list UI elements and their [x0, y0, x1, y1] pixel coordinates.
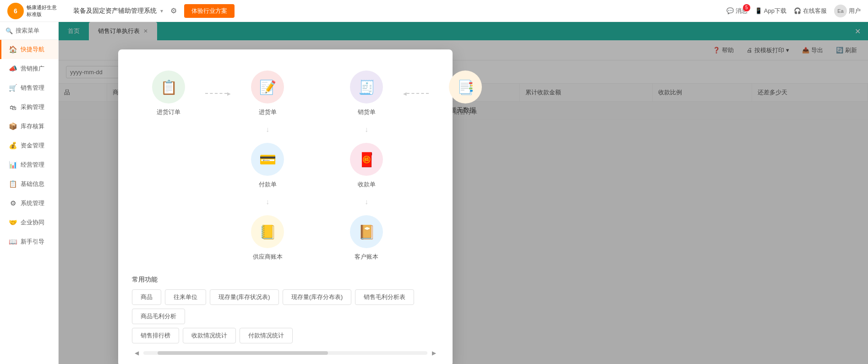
search-icon: 🔍 [5, 27, 13, 34]
flow-node-supplier-account[interactable]: 📒 供应商账本 [247, 208, 288, 268]
sidebar-item-inventory[interactable]: 📦 库存核算 [0, 117, 58, 136]
supplier-account-circle: 📒 [251, 215, 284, 248]
func-btn-product[interactable]: 商品 [132, 289, 161, 305]
func-btn-payment-stats[interactable]: 付款情况统计 [240, 328, 293, 343]
flow-node-sales-bill[interactable]: 🧾 销货单 [346, 63, 387, 124]
system-dropdown-icon[interactable]: ▾ [160, 8, 163, 14]
flow-node-receipt-slip[interactable]: 🧧 收款单 [346, 136, 387, 196]
customer-account-label: 客户账本 [355, 253, 378, 261]
scroll-left-icon[interactable]: ◀ [132, 349, 142, 357]
sidebar-item-purchase[interactable]: 🛍 采购管理 [0, 98, 58, 117]
top-bar: 6 畅康通好生意 标准版 装备及固定资产辅助管理系统 ▾ ⚙ 体验行业方案 💬 … [0, 0, 868, 22]
avatar: Ea [834, 5, 847, 17]
sales-order-circle: 📑 [449, 71, 482, 103]
flow-node-purchase-receipt[interactable]: 📝 进货单 [247, 63, 288, 124]
scrollbar-thumb [158, 351, 328, 355]
settings-icon[interactable]: ⚙ [170, 6, 177, 15]
message-badge: 5 [743, 4, 750, 11]
receipt-slip-circle: 🧧 [350, 143, 383, 176]
logo-icon: 6 [7, 3, 24, 19]
service-icon: 🎧 [794, 7, 801, 14]
sidebar-item-sales[interactable]: 🛒 销售管理 [0, 78, 58, 98]
sidebar-item-marketing[interactable]: 📣 营销推广 [0, 59, 58, 78]
flow-node-sales-order[interactable]: 📑 销售订单 [445, 63, 486, 124]
func-btn-sales-gross[interactable]: 销售毛利分析表 [355, 289, 414, 305]
guide-icon: 📖 [9, 238, 17, 246]
basic-info-icon: 📋 [9, 180, 17, 188]
sidebar-item-quick-nav[interactable]: 🏠 快捷导航 [0, 40, 58, 59]
flow-node-purchase-order[interactable]: 📋 进货订单 [148, 63, 189, 124]
quick-nav-popup: 📋 进货订单 ▶ 📝 进货单 [118, 49, 453, 364]
popup-overlay: 📋 进货订单 ▶ 📝 进货单 [59, 22, 868, 364]
sales-bill-label: 销货单 [358, 108, 376, 116]
func-btn-receipt-stats[interactable]: 收款情况统计 [183, 328, 236, 343]
download-icon: 📱 [755, 7, 762, 14]
popup-scrollbar[interactable] [143, 351, 427, 355]
func-buttons-row2: 销售排行榜 收款情况统计 付款情况统计 [132, 328, 439, 343]
message-button[interactable]: 💬 消息 5 [726, 7, 748, 15]
sidebar-search[interactable]: 🔍 搜索菜单 [0, 22, 58, 40]
sidebar-item-guide[interactable]: 📖 新手引导 [0, 232, 58, 251]
logo-area: 6 畅康通好生意 标准版 [7, 3, 66, 19]
marketing-icon: 📣 [9, 65, 17, 73]
online-service-button[interactable]: 🎧 在线客服 [794, 7, 827, 15]
system-title: 装备及固定资产辅助管理系统 [73, 7, 157, 15]
receipt-slip-label: 收款单 [358, 180, 376, 189]
supplier-account-label: 供应商账本 [253, 253, 283, 261]
func-buttons-row1: 商品 往来单位 现存量(库存状况表) 现存量(库存分布表) 销售毛利分析表 商品… [132, 289, 439, 324]
user-menu[interactable]: Ea 用户 [834, 5, 861, 17]
sales-order-label: 销售订单 [453, 108, 477, 116]
customer-account-circle: 📔 [350, 215, 383, 248]
trial-button[interactable]: 体验行业方案 [184, 4, 235, 18]
sales-bill-circle: 🧾 [350, 71, 383, 103]
operations-icon: 📊 [9, 161, 17, 169]
sidebar-item-operations[interactable]: 📊 经营管理 [0, 155, 58, 174]
app-container: 6 畅康通好生意 标准版 装备及固定资产辅助管理系统 ▾ ⚙ 体验行业方案 💬 … [0, 0, 868, 364]
main-area: 🔍 搜索菜单 🏠 快捷导航 📣 营销推广 🛒 销售管理 🛍 采购管理 📦 [0, 22, 868, 364]
func-btn-partner[interactable]: 往来单位 [165, 289, 206, 305]
arrow-purchase-to-receipt: ▶ [205, 91, 231, 96]
sidebar: 🔍 搜索菜单 🏠 快捷导航 📣 营销推广 🛒 销售管理 🛍 采购管理 📦 [0, 22, 59, 364]
arrow-down-sales-bill: ↓ [365, 125, 368, 134]
home-icon: 🏠 [9, 45, 17, 54]
flow-node-customer-account[interactable]: 📔 客户账本 [346, 208, 387, 268]
payment-slip-circle: 💳 [251, 143, 284, 176]
payment-slip-label: 付款单 [259, 180, 277, 189]
app-download-button[interactable]: 📱 App下载 [755, 7, 786, 15]
purchase-order-circle: 📋 [152, 71, 185, 103]
sidebar-item-enterprise[interactable]: 🤝 企业协同 [0, 213, 58, 232]
common-functions-title: 常用功能 [132, 276, 439, 284]
logo-text: 畅康通好生意 标准版 [27, 4, 57, 17]
system-icon: ⚙ [9, 199, 17, 207]
message-icon: 💬 [726, 7, 734, 14]
arrow-down-payment: ↓ [266, 198, 269, 206]
arrow-down-receipt-slip: ↓ [365, 198, 368, 206]
purchase-receipt-label: 进货单 [259, 108, 277, 116]
flow-node-payment-slip[interactable]: 💳 付款单 [247, 136, 288, 196]
sidebar-item-finance[interactable]: 💰 资金管理 [0, 136, 58, 155]
common-functions-section: 常用功能 商品 往来单位 现存量(库存状况表) 现存量(库存分布表) 销售毛利分… [132, 276, 439, 343]
func-btn-stock-dist[interactable]: 现存量(库存分布表) [283, 289, 352, 305]
arrow-order-to-bill: ◀ [403, 91, 429, 96]
inventory-icon: 📦 [9, 122, 17, 130]
sales-icon: 🛒 [9, 84, 17, 92]
sidebar-item-system[interactable]: ⚙ 系统管理 [0, 194, 58, 213]
enterprise-icon: 🤝 [9, 218, 17, 227]
finance-icon: 💰 [9, 141, 17, 150]
func-btn-sales-rank[interactable]: 销售排行榜 [132, 328, 179, 343]
purchase-receipt-circle: 📝 [251, 71, 284, 103]
arrow-down-receipt: ↓ [266, 125, 269, 134]
purchase-icon: 🛍 [9, 103, 17, 111]
sidebar-item-basic-info[interactable]: 📋 基础信息 [0, 174, 58, 194]
content-area: 首页 销售订单执行表 ✕ ✕ ❓ 帮助 🖨 按模板打印 [59, 22, 868, 364]
system-info: 装备及固定资产辅助管理系统 ▾ ⚙ 体验行业方案 [66, 4, 726, 18]
purchase-order-label: 进货订单 [157, 108, 180, 116]
top-bar-right: 💬 消息 5 📱 App下载 🎧 在线客服 Ea 用户 [726, 5, 861, 17]
scroll-right-icon[interactable]: ▶ [429, 349, 439, 357]
func-btn-product-gross[interactable]: 商品毛利分析 [132, 309, 185, 324]
popup-scrollbar-area: ◀ ▶ [132, 349, 439, 357]
func-btn-stock-status[interactable]: 现存量(库存状况表) [210, 289, 279, 305]
